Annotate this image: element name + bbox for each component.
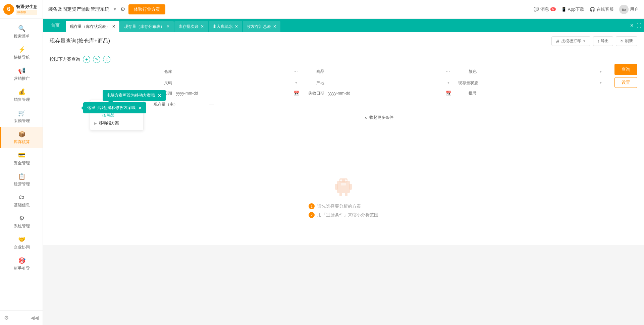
print-button[interactable]: 🖨 按模板打印 ▼ xyxy=(551,36,590,46)
sidebar-item-guide[interactable]: 🎯 新手引导 xyxy=(0,254,43,275)
message-button[interactable]: 💬 消息 6 xyxy=(534,6,556,12)
search-icon: 🔍 xyxy=(18,25,25,32)
svg-point-2 xyxy=(340,179,342,181)
cooperation-icon: 🤝 xyxy=(18,236,25,243)
filter-edit-button[interactable]: ✎ xyxy=(93,56,100,63)
tooltip1-close-icon[interactable]: ✕ xyxy=(158,93,162,98)
warehouse-select[interactable]: ··· xyxy=(175,67,299,76)
filter-row2: 尺码 ▼ 产地 ▼ 现存量状态 xyxy=(50,79,637,86)
filter-size: 尺码 ▼ xyxy=(154,79,299,86)
sidebar-item-cooperation[interactable]: 🤝 企业协同 xyxy=(0,232,43,254)
filter-header: 按以下方案查询 + ✎ « xyxy=(50,56,637,63)
tab-close-inventory-dist[interactable]: ✕ xyxy=(166,24,170,29)
filter-row1: 仓库 ··· 商品 ··· 颜色 xyxy=(50,67,637,76)
refresh-button[interactable]: ↻ 刷新 xyxy=(616,36,637,46)
svg-rect-5 xyxy=(335,184,338,190)
filter-add-button[interactable]: + xyxy=(83,56,90,63)
tabbar: 首页 现存量（库存状况表） ✕ 现存量（库存分布表） ✕ 库存批次账 ✕ 出入库… xyxy=(43,19,644,32)
collapse-sidebar-icon[interactable]: ◀◀ xyxy=(31,315,39,321)
calendar-icon-produce[interactable]: 📅 xyxy=(293,91,299,96)
empty-tips: 1 请先选择要分析的方案 2 用「过滤条件」来缩小分析范围 xyxy=(309,203,378,218)
tab-inventory-dist[interactable]: 现存量（库存分布表） ✕ xyxy=(120,21,174,32)
online-support-button[interactable]: 🎧 在线客服 xyxy=(590,6,614,12)
sidebar-item-finance[interactable]: 💳 资金管理 xyxy=(0,148,43,169)
empty-tip-1: 1 请先选择要分析的方案 xyxy=(309,203,378,209)
tab-expand-icon[interactable]: ⛶ xyxy=(637,23,641,28)
tab-batch-account[interactable]: 库存批次账 ✕ xyxy=(174,21,208,32)
tab-close-all-icon[interactable]: ✕ xyxy=(630,23,634,28)
sidebar-item-search[interactable]: 🔍 搜索菜单 xyxy=(0,21,43,43)
sidebar-item-quick-nav[interactable]: ⚡ 快捷导航 xyxy=(0,43,43,64)
collapse-button[interactable]: ∧ 收起更多条件 xyxy=(154,112,604,123)
stock-amount-min-input[interactable] xyxy=(180,101,207,108)
svg-point-3 xyxy=(345,179,347,181)
produce-date-input[interactable] xyxy=(175,90,293,97)
tooltip-plan-edit: 这里可以创建和修改方案哦 ✕ xyxy=(83,102,146,113)
filter-goods: 商品 ··· xyxy=(306,67,451,76)
size-select[interactable]: ▼ xyxy=(175,79,299,86)
topbar-left: 装备及固定资产辅助管理系统 ▼ ⚙ 体验行业方案 xyxy=(48,4,165,14)
query-button[interactable]: 查询 xyxy=(614,64,637,75)
logo-badge: 标准版 xyxy=(16,10,37,15)
empty-illustration xyxy=(330,171,357,198)
system-dropdown-icon[interactable]: ▼ xyxy=(113,7,117,12)
export-icon: ↑ xyxy=(597,39,599,44)
page-header: 现存量查询(按仓库+商品) 🖨 按模板打印 ▼ ↑ 导出 ↻ 刷新 xyxy=(43,32,644,50)
settings-button[interactable]: ⚙ xyxy=(120,6,125,12)
svg-rect-7 xyxy=(339,193,342,196)
expire-date-wrap: 📅 xyxy=(327,90,451,97)
origin-select[interactable]: ▼ xyxy=(327,79,451,86)
filter-back-button[interactable]: « xyxy=(103,56,110,63)
phone-icon: 📱 xyxy=(561,7,567,12)
goods-select[interactable]: ··· xyxy=(327,67,451,76)
calendar-icon-expire[interactable]: 📅 xyxy=(446,91,451,96)
app-download-button[interactable]: 📱 App下载 xyxy=(561,6,584,12)
settings-icon[interactable]: ⚙ xyxy=(4,315,9,321)
marketing-icon: 📢 xyxy=(18,67,25,74)
filter-label: 按以下方案查询 xyxy=(50,56,80,62)
headset-icon: 🎧 xyxy=(590,7,595,12)
tab-in-out-flow[interactable]: 出入库流水 ✕ xyxy=(209,21,242,32)
sidebar-item-operations[interactable]: 📋 经营管理 xyxy=(0,169,43,191)
sidebar-item-marketing[interactable]: 📢 营销推广 xyxy=(0,64,43,85)
tab-close-batch-account[interactable]: ✕ xyxy=(201,24,204,29)
logo-icon: 6 xyxy=(3,4,14,15)
tooltip-connector-dot xyxy=(124,96,128,99)
sidebar-item-inventory[interactable]: 📦 库存核算 xyxy=(0,127,43,148)
try-industry-button[interactable]: 体验行业方案 xyxy=(128,4,165,14)
stock-status-select[interactable]: ▼ xyxy=(481,79,604,86)
tooltip-pc-plan: 电脑方案可设为移动方案哦 ✕ xyxy=(103,90,166,101)
svg-rect-8 xyxy=(345,193,347,196)
export-button[interactable]: ↑ 导出 xyxy=(593,36,613,46)
empty-state: 1 请先选择要分析的方案 2 用「过滤条件」来缩小分析范围 xyxy=(43,144,644,245)
filter-batch: 批号 xyxy=(458,90,604,97)
stock-amount-max-input[interactable] xyxy=(216,101,243,108)
main-area: 装备及固定资产辅助管理系统 ▼ ⚙ 体验行业方案 💬 消息 6 📱 App下载 … xyxy=(43,0,644,325)
sidebar-item-system[interactable]: ⚙ 系统管理 xyxy=(0,211,43,232)
sidebar-menu: 🔍 搜索菜单 ⚡ 快捷导航 📢 营销推广 💰 销售管理 🛒 采购管理 📦 库存核… xyxy=(0,19,43,310)
user-menu-button[interactable]: Ea 用户 xyxy=(619,5,639,14)
tab-close-receive-summary[interactable]: ✕ xyxy=(273,24,276,29)
tooltip2-close-icon[interactable]: ✕ xyxy=(138,105,142,111)
tab-close-inventory-status[interactable]: ✕ xyxy=(112,24,115,29)
guide-icon: 🎯 xyxy=(18,257,25,264)
filter-produce-date: 生产日期 📅 xyxy=(154,90,299,97)
sidebar-item-sales[interactable]: 💰 销售管理 xyxy=(0,85,43,106)
tab-inventory-status[interactable]: 现存量（库存状况表） ✕ xyxy=(66,21,119,32)
reset-button[interactable]: 设置 xyxy=(614,77,637,88)
sidebar-item-purchase[interactable]: 🛒 采购管理 xyxy=(0,106,43,127)
batch-input[interactable] xyxy=(479,90,604,97)
sidebar-item-base-info[interactable]: 🗂 基础信息 xyxy=(0,191,43,211)
tab-close-in-out-flow[interactable]: ✕ xyxy=(235,24,238,29)
filter-stock-amount: 现存量（主） — xyxy=(154,101,281,108)
tab-home[interactable]: 首页 xyxy=(46,19,65,32)
filter-color: 颜色 ▼ xyxy=(458,67,604,76)
plan-item-mobile[interactable]: ▶ 移动端方案 xyxy=(90,119,143,127)
content-inner: 现存量查询(按仓库+商品) 🖨 按模板打印 ▼ ↑ 导出 ↻ 刷新 xyxy=(43,32,644,245)
sidebar: 6 畅通·好生意 标准版 🔍 搜索菜单 ⚡ 快捷导航 📢 营销推广 💰 销售管理… xyxy=(0,0,43,325)
tab-receive-summary[interactable]: 收发存汇总表 ✕ xyxy=(243,21,280,32)
message-badge: 6 xyxy=(550,7,556,11)
action-buttons: 查询 设置 xyxy=(614,64,637,88)
expire-date-input[interactable] xyxy=(327,90,446,97)
color-select[interactable]: ▼ xyxy=(479,68,604,75)
